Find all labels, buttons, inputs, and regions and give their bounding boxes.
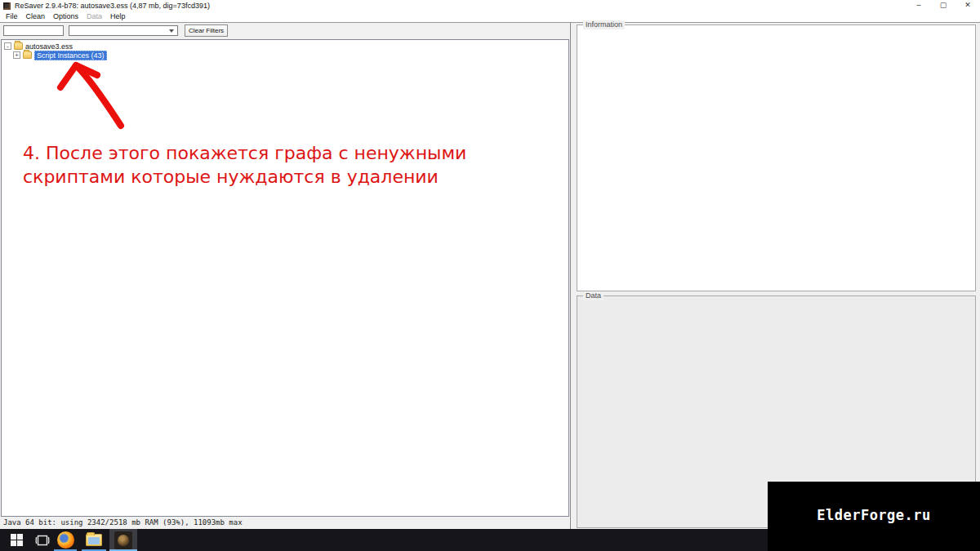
firefox-button[interactable] [52,529,78,551]
task-view-button[interactable] [31,529,54,551]
filter-dropdown[interactable] [69,25,178,36]
file-explorer-button[interactable] [80,529,108,551]
tree-row-root[interactable]: - autosave3.ess [4,42,73,51]
clear-filters-button[interactable]: Clear Filters [185,24,228,37]
menu-help[interactable]: Help [106,11,130,22]
data-panel-title: Data [583,291,604,300]
minimize-icon[interactable]: – [906,0,931,11]
folder-icon [23,51,32,59]
close-icon[interactable]: ✕ [956,0,980,11]
expand-icon[interactable]: + [13,51,20,59]
watermark-box: ElderForge.ru [768,482,980,551]
save-tree-panel: - autosave3.ess + Script Instances (43) … [1,39,569,517]
tree-label-root[interactable]: autosave3.ess [25,42,73,51]
menu-file[interactable]: File [2,11,22,22]
red-arrow-annotation [47,52,136,138]
menu-options[interactable]: Options [49,11,82,22]
annotation-text: 4. После этого покажется графа с ненужны… [23,141,466,189]
chevron-down-icon [169,29,174,33]
main-content: Clear Filters - autosave3.ess + Script I… [0,22,980,529]
title-bar: ReSaver 2.9.4-b78: autosave3.ess (4,87 m… [0,0,980,11]
file-explorer-icon [86,534,102,546]
maximize-icon[interactable]: ▢ [931,0,956,11]
status-bar: Java 64 bit: using 2342/2518 mb RAM (93%… [0,517,570,529]
information-panel-title: Information [583,20,625,29]
filter-text-input[interactable] [3,25,64,36]
resaver-app-icon [114,531,132,549]
app-icon [3,2,11,10]
windows-logo-icon [11,534,23,546]
collapse-icon[interactable]: - [4,42,11,50]
right-pane: Information Data [570,23,980,530]
task-view-icon [35,534,50,547]
folder-icon [14,42,23,50]
menu-clean[interactable]: Clean [22,11,50,22]
filter-toolbar: Clear Filters [0,23,570,39]
annotation-line-2: скриптами которые нуждаются в удалении [23,165,466,189]
menu-bar: File Clean Options Data Help [0,11,980,22]
start-button[interactable] [2,529,31,551]
watermark-text: ElderForge.ru [768,507,980,523]
information-panel: Information [577,24,976,291]
screen: ReSaver 2.9.4-b78: autosave3.ess (4,87 m… [0,0,980,551]
resaver-taskbar-button[interactable] [109,529,137,551]
window-title: ReSaver 2.9.4-b78: autosave3.ess (4,87 m… [15,2,210,10]
left-pane: Clear Filters - autosave3.ess + Script I… [0,23,570,530]
annotation-line-1: 4. После этого покажется графа с ненужны… [23,141,466,165]
menu-data: Data [82,11,106,22]
window-controls: – ▢ ✕ [906,0,980,11]
firefox-icon [57,531,74,549]
